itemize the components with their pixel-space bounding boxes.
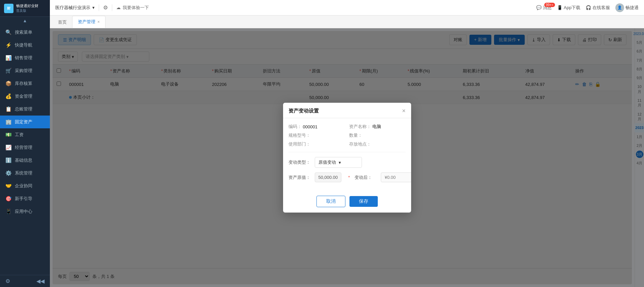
asset-change-modal: 资产变动设置 × 编码： 000001 资产名称： 电脑 [283, 103, 411, 213]
app-logo: 财 [4, 4, 13, 13]
nav-icon-1: ⚡ [5, 42, 11, 48]
topbar-divider [99, 4, 99, 11]
cancel-button[interactable]: 取消 [316, 196, 345, 207]
sidebar-item-label: 固定资产 [15, 119, 32, 125]
sidebar-item-label: 采购管理 [15, 68, 32, 74]
nav-icon-5: 💰 [5, 93, 11, 99]
nav-icon-0: 🔍 [5, 29, 11, 35]
info-location: 存放地点： [349, 141, 406, 147]
company-name: 医疗器械行业演示 [55, 5, 90, 11]
topbar-right: 💬 消息 99++ 📱 App下载 🎧 在线客服 👤 畅捷通 [536, 3, 639, 12]
sidebar-item-企业协同[interactable]: 🤝企业协同 [0, 180, 50, 192]
sidebar-item-label: 系统管理 [15, 170, 32, 176]
avatar: 👤 [615, 3, 624, 12]
sidebar-nav: 🔍搜索菜单⚡快捷导航📊销售管理🛒采购管理📦库存核算💰资金管理📋总账管理🏢固定资产… [0, 25, 50, 275]
change-type-select[interactable]: 原值变动 ▾ [315, 157, 362, 168]
app-download-label: App下载 [564, 5, 580, 11]
tab-asset-management[interactable]: 资产管理 × [72, 16, 105, 28]
customer-service-button[interactable]: 🎧 在线客服 [586, 5, 610, 11]
department-label: 使用部门： [288, 141, 310, 147]
tab-home-label: 首页 [58, 19, 67, 25]
sidebar-item-搜索菜单[interactable]: 🔍搜索菜单 [0, 26, 50, 39]
service-icon: 🎧 [586, 5, 591, 10]
sidebar-item-销售管理[interactable]: 📊销售管理 [0, 52, 50, 64]
sidebar-item-固定资产[interactable]: 🏢固定资产 [0, 116, 50, 128]
message-icon: 💬 [536, 5, 542, 10]
info-spec: 规格型号： [288, 132, 345, 138]
nav-icon-10: ℹ️ [5, 157, 11, 163]
modal-title: 资产变动设置 [288, 108, 319, 114]
messages-button[interactable]: 💬 消息 99++ [536, 5, 552, 11]
info-code: 编码： 000001 [288, 124, 345, 130]
sidebar-item-系统管理[interactable]: ⚙️系统管理 [0, 167, 50, 180]
modal-close-button[interactable]: × [402, 107, 406, 115]
user-name: 畅捷通 [625, 5, 639, 11]
sidebar-item-label: 企业协同 [15, 183, 32, 189]
tab-asset-label: 资产管理 [78, 19, 95, 25]
user-profile[interactable]: 👤 畅捷通 [615, 3, 639, 12]
sidebar-header: 财 畅捷通好业财 普及版 [0, 0, 50, 17]
quantity-label: 数量： [349, 132, 362, 138]
change-type-label: 变动类型： [288, 159, 312, 165]
sidebar-item-快捷导航[interactable]: ⚡快捷导航 [0, 39, 50, 52]
sidebar-item-经营管理[interactable]: 📈经营管理 [0, 141, 50, 154]
sidebar-bottom: ⚙ ◀◀ [0, 275, 50, 287]
company-selector[interactable]: 医疗器械行业演示 ▾ [55, 5, 95, 11]
required-star: * [348, 175, 350, 180]
topbar: 医疗器械行业演示 ▾ ⚙ ☁ 我要体验一下 💬 消息 99++ 📱 App下载 … [50, 0, 644, 15]
experience-label: 我要体验一下 [123, 5, 149, 11]
sidebar-item-库存核算[interactable]: 📦库存核算 [0, 77, 50, 90]
code-label: 编码： [288, 124, 302, 130]
sidebar-item-label: 销售管理 [15, 55, 32, 61]
sidebar-scroll-up[interactable]: ▲ [0, 17, 50, 25]
sidebar-item-工资[interactable]: 💵工资 [0, 128, 50, 141]
sidebar-item-label: 搜索菜单 [15, 29, 32, 35]
nav-icon-7: 🏢 [5, 119, 11, 125]
sidebar-item-采购管理[interactable]: 🛒采购管理 [0, 64, 50, 77]
experience-button[interactable]: ☁ 我要体验一下 [116, 5, 149, 11]
app-name: 畅捷通好业财 [16, 3, 38, 8]
sidebar: 财 畅捷通好业财 普及版 ▲ 🔍搜索菜单⚡快捷导航📊销售管理🛒采购管理📦库存核算… [0, 0, 50, 287]
sidebar-item-label: 快捷导航 [15, 42, 32, 48]
sidebar-item-基础信息[interactable]: ℹ️基础信息 [0, 154, 50, 167]
sidebar-item-总账管理[interactable]: 📋总账管理 [0, 103, 50, 116]
asset-value-label: 资产原值： [288, 174, 312, 181]
collapse-icon[interactable]: ◀◀ [36, 278, 44, 284]
save-button[interactable]: 保存 [349, 196, 378, 207]
modal-overlay: 资产变动设置 × 编码： 000001 资产名称： 电脑 [50, 28, 644, 287]
modal-body: 编码： 000001 资产名称： 电脑 规格型号： 数量： [283, 118, 411, 192]
nav-icon-6: 📋 [5, 106, 11, 112]
asset-value-field: 资产原值： 50,000.00 * 变动后： [288, 172, 406, 182]
spec-label: 规格型号： [288, 132, 310, 138]
cloud-icon: ☁ [116, 5, 121, 10]
change-type-dropdown-icon: ▾ [339, 160, 341, 165]
sidebar-item-应用中心[interactable]: 📱应用中心 [0, 205, 50, 218]
app-download-button[interactable]: 📱 App下载 [557, 5, 580, 11]
page-content: ☰ 资产明细 📄 变更生成凭证 对账 + 新增 批量操作 ▾ ⤓ [50, 28, 644, 287]
settings-button[interactable]: ⚙ [103, 4, 108, 11]
after-change-input[interactable] [381, 172, 411, 182]
messages-badge: 99++ [544, 3, 555, 7]
nav-icon-13: 🎯 [5, 196, 11, 202]
sidebar-item-新手引导[interactable]: 🎯新手引导 [0, 192, 50, 205]
sidebar-item-label: 总账管理 [15, 106, 32, 112]
code-value: 000001 [303, 124, 317, 129]
info-name: 资产名称： 电脑 [349, 124, 406, 130]
company-dropdown-icon: ▾ [92, 5, 95, 10]
tabbar: 首页 资产管理 × [50, 15, 644, 28]
sidebar-item-label: 应用中心 [15, 209, 32, 215]
info-department: 使用部门： [288, 141, 345, 147]
sidebar-item-label: 资金管理 [15, 93, 32, 99]
sidebar-item-label: 经营管理 [15, 145, 32, 151]
modal-info-grid: 编码： 000001 资产名称： 电脑 规格型号： 数量： [288, 124, 406, 152]
nav-icon-4: 📦 [5, 81, 11, 87]
nav-icon-9: 📈 [5, 145, 11, 151]
location-label: 存放地点： [349, 141, 371, 147]
sidebar-item-资金管理[interactable]: 💰资金管理 [0, 90, 50, 103]
settings-icon[interactable]: ⚙ [5, 278, 10, 284]
tab-close-icon[interactable]: × [97, 20, 100, 24]
tab-home[interactable]: 首页 [53, 17, 72, 28]
name-value: 电脑 [372, 124, 381, 130]
app-edition: 普及版 [16, 8, 38, 13]
modal-footer: 取消 保存 [283, 192, 411, 213]
